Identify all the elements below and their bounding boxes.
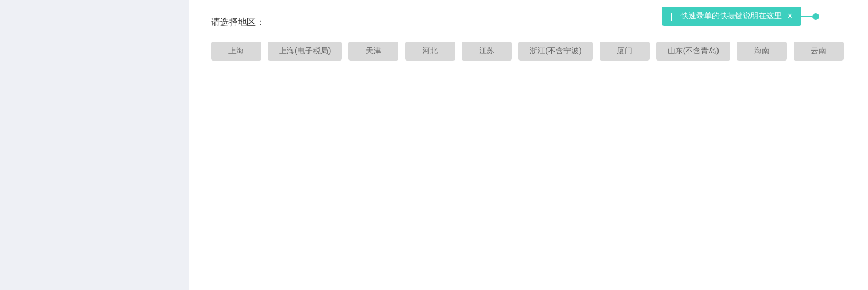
tooltip-text: 快速录单的快捷键说明在这里: [681, 11, 782, 21]
region-buttons: 上海 上海(电子税局) 天津 河北 江苏 浙江(不含宁波) 厦门 山东(不含青岛…: [211, 42, 846, 61]
region-btn-hebei[interactable]: 河北: [405, 42, 455, 61]
region-btn-shandong[interactable]: 山东(不含青岛): [656, 42, 730, 61]
region-btn-shanghai-etax[interactable]: 上海(电子税局): [268, 42, 342, 61]
region-btn-zhejiang[interactable]: 浙江(不含宁波): [518, 42, 592, 61]
region-btn-jiangsu[interactable]: 江苏: [462, 42, 512, 61]
left-sidebar: [0, 0, 189, 290]
region-btn-shanghai[interactable]: 上海: [211, 42, 261, 61]
region-btn-tianjin[interactable]: 天津: [348, 42, 398, 61]
region-btn-xiamen[interactable]: 厦门: [600, 42, 650, 61]
tooltip-close-button[interactable]: ×: [787, 11, 792, 21]
tooltip-banner: 快速录单的快捷键说明在这里 ×: [662, 7, 801, 26]
tooltip-connector-dot: [812, 13, 819, 20]
region-btn-hainan[interactable]: 海南: [737, 42, 787, 61]
tooltip-connector-line: [799, 16, 812, 17]
main-content: 请选择地区： 上海 上海(电子税局) 天津 河北 江苏 浙江(不含宁波) 厦门 …: [189, 0, 868, 290]
region-btn-yunnan[interactable]: 云南: [794, 42, 844, 61]
